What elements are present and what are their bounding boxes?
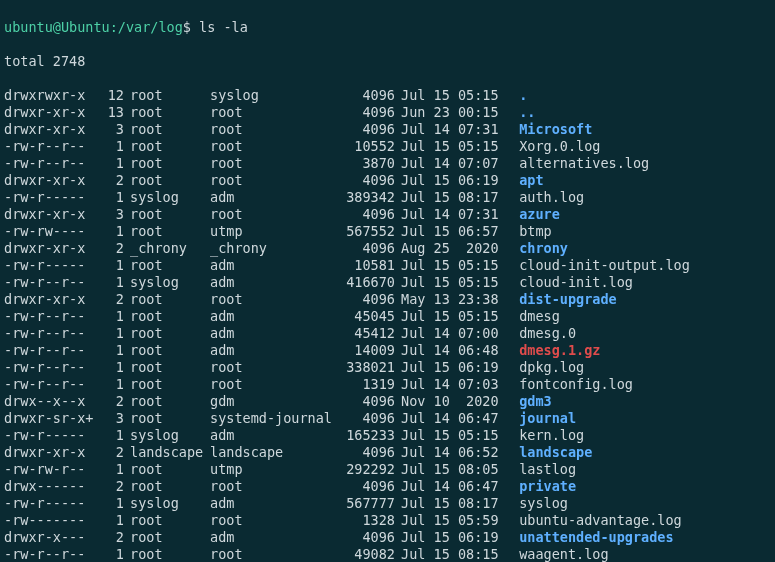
- links: 1: [94, 257, 124, 274]
- prompt-sep: :: [110, 19, 118, 35]
- group: adm: [210, 308, 340, 325]
- file-row: -rw-r--r--1rootroot10552Jul 15 05:15 Xor…: [4, 138, 771, 155]
- group: adm: [210, 529, 340, 546]
- filename: dist-upgrade: [519, 291, 617, 307]
- filename: landscape: [519, 444, 592, 460]
- links: 1: [94, 512, 124, 529]
- size: 567552: [340, 223, 395, 240]
- size: 567777: [340, 495, 395, 512]
- links: 1: [94, 189, 124, 206]
- date: Jul 15 06:19: [395, 172, 511, 189]
- file-row: -rw-r--r--1rootadm14009Jul 14 06:48 dmes…: [4, 342, 771, 359]
- owner: root: [124, 478, 210, 495]
- command-text: ls -la: [199, 19, 248, 35]
- prompt-user-host: ubuntu@Ubuntu: [4, 19, 110, 35]
- perm: drwxr-xr-x: [4, 121, 94, 138]
- size: 45045: [340, 308, 395, 325]
- group: adm: [210, 274, 340, 291]
- file-row: drwxr-xr-x3rootroot4096Jul 14 07:31 Micr…: [4, 121, 771, 138]
- owner: root: [124, 104, 210, 121]
- size: 292292: [340, 461, 395, 478]
- date: Jul 14 07:03: [395, 376, 511, 393]
- perm: drwxr-sr-x+: [4, 410, 94, 427]
- file-row: drwxr-x---2rootadm4096Jul 15 06:19 unatt…: [4, 529, 771, 546]
- file-row: drwxr-sr-x+3rootsystemd-journal4096Jul 1…: [4, 410, 771, 427]
- date: Jul 15 05:15: [395, 138, 511, 155]
- links: 1: [94, 359, 124, 376]
- filename: syslog: [519, 495, 568, 511]
- links: 1: [94, 274, 124, 291]
- links: 1: [94, 546, 124, 562]
- filename: Microsoft: [519, 121, 592, 137]
- size: 338021: [340, 359, 395, 376]
- size: 45412: [340, 325, 395, 342]
- group: root: [210, 359, 340, 376]
- date: Jul 15 06:19: [395, 359, 511, 376]
- filename: kern.log: [519, 427, 584, 443]
- date: Jul 14 07:07: [395, 155, 511, 172]
- perm: -rw-------: [4, 512, 94, 529]
- date: Jul 15 05:15: [395, 257, 511, 274]
- links: 1: [94, 376, 124, 393]
- group: root: [210, 376, 340, 393]
- date: Jul 14 06:47: [395, 478, 511, 495]
- links: 3: [94, 206, 124, 223]
- links: 1: [94, 308, 124, 325]
- size: 4096: [340, 87, 395, 104]
- owner: root: [124, 138, 210, 155]
- group: utmp: [210, 461, 340, 478]
- perm: -rw-r--r--: [4, 138, 94, 155]
- group: root: [210, 104, 340, 121]
- date: Jul 15 06:19: [395, 529, 511, 546]
- owner: root: [124, 546, 210, 562]
- owner: root: [124, 87, 210, 104]
- owner: root: [124, 172, 210, 189]
- terminal-window[interactable]: ubuntu@Ubuntu:/var/log$ ls -la total 274…: [0, 0, 775, 562]
- filename: fontconfig.log: [519, 376, 633, 392]
- links: 12: [94, 87, 124, 104]
- date: Jul 15 08:05: [395, 461, 511, 478]
- group: root: [210, 291, 340, 308]
- filename: waagent.log: [519, 546, 608, 562]
- owner: root: [124, 308, 210, 325]
- total-line: total 2748: [4, 53, 771, 70]
- date: Nov 10 2020: [395, 393, 511, 410]
- group: root: [210, 512, 340, 529]
- size: 14009: [340, 342, 395, 359]
- perm: -rw-r--r--: [4, 376, 94, 393]
- perm: drwxr-xr-x: [4, 172, 94, 189]
- size: 4096: [340, 121, 395, 138]
- links: 1: [94, 461, 124, 478]
- filename: lastlog: [519, 461, 576, 477]
- file-row: -rw-r--r--1rootroot1319Jul 14 07:03 font…: [4, 376, 771, 393]
- links: 1: [94, 155, 124, 172]
- owner: root: [124, 529, 210, 546]
- perm: -rw-r--r--: [4, 155, 94, 172]
- owner: root: [124, 359, 210, 376]
- file-row: -rw-r-----1syslogadm567777Jul 15 08:17 s…: [4, 495, 771, 512]
- group: root: [210, 546, 340, 562]
- owner: syslog: [124, 189, 210, 206]
- filename: cloud-init-output.log: [519, 257, 690, 273]
- owner: syslog: [124, 427, 210, 444]
- links: 13: [94, 104, 124, 121]
- date: Jul 14 06:52: [395, 444, 511, 461]
- filename: auth.log: [519, 189, 584, 205]
- filename: apt: [519, 172, 543, 188]
- file-row: -rw-r--r--1syslogadm416670Jul 15 05:15 c…: [4, 274, 771, 291]
- group: adm: [210, 342, 340, 359]
- file-row: -rw-r--r--1rootroot3870Jul 14 07:07 alte…: [4, 155, 771, 172]
- links: 2: [94, 240, 124, 257]
- file-row: drwx--x--x2rootgdm4096Nov 10 2020 gdm3: [4, 393, 771, 410]
- size: 389342: [340, 189, 395, 206]
- group: systemd-journal: [210, 410, 340, 427]
- perm: -rw-r--r--: [4, 274, 94, 291]
- date: May 13 23:38: [395, 291, 511, 308]
- links: 1: [94, 342, 124, 359]
- date: Jun 23 00:15: [395, 104, 511, 121]
- group: root: [210, 121, 340, 138]
- file-row: drwx------2rootroot4096Jul 14 06:47 priv…: [4, 478, 771, 495]
- filename: Xorg.0.log: [519, 138, 600, 154]
- perm: -rw-r-----: [4, 257, 94, 274]
- links: 2: [94, 291, 124, 308]
